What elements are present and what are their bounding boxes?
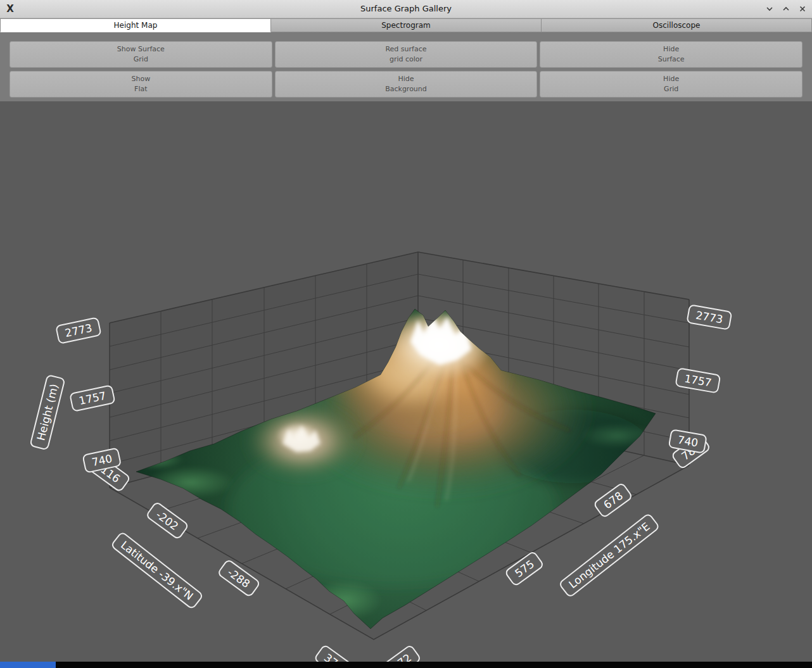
button-label-line: Background [385,84,427,94]
tab-spectrogram[interactable]: Spectrogram [271,18,542,32]
window-title: Surface Graph Gallery [0,0,812,18]
bottom-bar [0,662,812,668]
hide-background-button[interactable]: Hide Background [275,71,538,98]
button-label-line: Grid [664,84,678,94]
shade-button[interactable] [765,4,774,13]
taskbar-fragment [0,662,56,668]
app-window: X Surface Graph Gallery Height M [0,0,812,668]
close-button[interactable] [798,4,807,13]
button-label-line: Hide [663,74,679,84]
button-label-line: grid color [390,54,422,65]
hide-surface-button[interactable]: Hide Surface [540,41,802,68]
titlebar[interactable]: X Surface Graph Gallery [0,0,812,18]
chevron-up-icon [782,5,790,13]
button-label-line: Red surface [385,44,426,54]
button-label-line: Flat [134,84,147,94]
control-panel: Show Surface Grid Red surface grid color… [0,32,812,101]
tab-bar: Height Map Spectrogram Oscilloscope [0,18,812,32]
window-controls [765,0,807,18]
hide-grid-button[interactable]: Hide Grid [540,71,802,98]
chevron-down-icon [766,5,773,13]
tab-oscilloscope[interactable]: Oscilloscope [542,18,812,32]
button-label-line: Show [131,74,150,84]
tab-height-map[interactable]: Height Map [0,18,271,32]
close-icon [799,5,806,13]
button-label-line: Hide [663,44,679,54]
button-label-line: Surface [658,54,685,65]
button-label-line: Show Surface [117,44,165,54]
show-flat-button[interactable]: Show Flat [10,71,272,98]
show-surface-grid-button[interactable]: Show Surface Grid [10,41,272,68]
red-surface-grid-color-button[interactable]: Red surface grid color [275,41,538,68]
maximize-button[interactable] [782,4,790,13]
surface-plot-viewport[interactable]: -116 2773 1757 740 Height (m) 781 2773 1… [0,101,812,662]
button-label-line: Grid [134,54,148,65]
button-label-line: Hide [398,74,414,84]
x11-logo-icon: X [5,3,15,15]
